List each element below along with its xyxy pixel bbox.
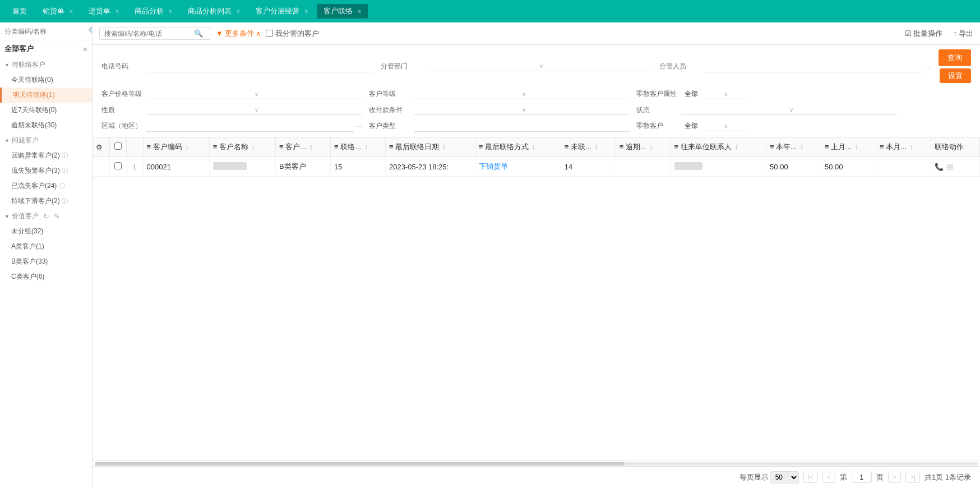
col-not-contacted-header[interactable]: ≡ 未联... ↕ xyxy=(561,137,616,157)
chevron-down-icon: ∨ xyxy=(539,63,651,69)
value-customers-edit[interactable]: ✎ xyxy=(54,212,60,220)
sort-icon-lastmonth: ↕ xyxy=(855,142,859,151)
nav-product-analysis-list[interactable]: 商品分析列表 × xyxy=(181,4,247,19)
all-customers-header[interactable]: 全部客户 « xyxy=(0,40,92,57)
nav-purchase[interactable]: 进货单 × xyxy=(82,4,126,19)
col-last-method-header[interactable]: ≡ 最后联络方式 ↕ xyxy=(475,137,561,157)
nav-customer-segment-close[interactable]: × xyxy=(304,8,308,15)
row-checkbox[interactable] xyxy=(114,162,122,169)
nav-customer-contact-close[interactable]: × xyxy=(358,8,361,15)
filter-dept-select[interactable]: ∨ xyxy=(426,61,653,71)
filter-manager-dots[interactable]: ··· xyxy=(926,62,932,71)
my-customers-check[interactable] xyxy=(266,30,273,37)
filter-customer-level-label: 客户等级 xyxy=(369,89,414,99)
first-page-btn[interactable]: |< xyxy=(803,472,818,483)
nav-purchase-close[interactable]: × xyxy=(115,8,119,15)
prev-page-btn[interactable]: < xyxy=(822,472,835,483)
export-icon: ↑ xyxy=(954,29,958,38)
sidebar-item-loss-warning[interactable]: 流失预警客户(3) ⓘ xyxy=(0,163,92,178)
horizontal-scrollbar[interactable] xyxy=(93,461,980,466)
filter-payment: 收付款条件 ∨ xyxy=(369,105,630,115)
nav-sales[interactable]: 销货单 × xyxy=(36,4,80,19)
nav-product-analysis-close[interactable]: × xyxy=(169,8,172,15)
col-overdue-header[interactable]: ≡ 逾期... ↕ xyxy=(616,137,671,157)
row-this-year-cell: 50.00 xyxy=(766,157,821,177)
collapse-icon[interactable]: « xyxy=(83,44,87,53)
filter-region-input[interactable] xyxy=(146,120,354,132)
main-search-button[interactable]: 🔍 xyxy=(194,29,203,38)
filter-region-label: 区域（地区） xyxy=(101,121,146,131)
sidebar-item-declining[interactable]: 持续下滑客户(2) ⓘ xyxy=(0,194,92,209)
col-this-year-header[interactable]: ≡ 本年... ↕ xyxy=(766,137,821,157)
col-this-month-header[interactable]: ≡ 本月... ↕ xyxy=(876,137,931,157)
nav-product-analysis[interactable]: 商品分析 × xyxy=(128,4,179,19)
col-last-month-header[interactable]: ≡ 上月... ↕ xyxy=(821,137,876,157)
row-name-cell xyxy=(209,157,275,177)
filter-customer-level: 客户等级 ∨ xyxy=(369,89,630,99)
col-name-header[interactable]: ≡ 客户名称 ↕ xyxy=(209,137,275,157)
page-number-input[interactable] xyxy=(852,472,872,483)
filter-manager-input[interactable] xyxy=(704,61,923,72)
col-code-header[interactable]: ≡ 客户编码 ↕ xyxy=(143,137,209,157)
sidebar-item-type-b[interactable]: B类客户(33) xyxy=(0,254,92,269)
value-customers-refresh[interactable]: ↻ xyxy=(43,212,49,220)
filter-region: 区域（地区） ··· xyxy=(101,120,362,132)
sidebar-item-lost[interactable]: 已流失客户(24) ⓘ xyxy=(0,178,92,194)
grid-action-icon[interactable]: ⊞ xyxy=(947,163,953,171)
last-page-btn[interactable]: >| xyxy=(905,472,920,483)
sidebar-item-repurchase-anomaly[interactable]: 回购异常客户(2) ⓘ xyxy=(0,148,92,163)
page-size-select-input[interactable]: 50 100 200 xyxy=(770,471,799,484)
filter-dept: 分管部门 ∨ xyxy=(381,61,653,71)
last-contact-method-link[interactable]: 下销货单 xyxy=(479,162,508,171)
filter-customer-type-input[interactable] xyxy=(414,120,630,132)
sidebar-item-overdue[interactable]: 逾期未联络(30) xyxy=(0,118,92,133)
query-button[interactable]: 查询 xyxy=(939,49,971,66)
filter-price-level-select[interactable]: ∨ xyxy=(146,89,362,99)
filter-retail-customer-value: 全部 xyxy=(681,119,701,132)
nav-customer-contact[interactable]: 客户联络 × xyxy=(317,4,368,19)
col-checkbox-header[interactable] xyxy=(109,137,126,157)
filter-retail-attr-select[interactable]: ∨ xyxy=(701,89,746,99)
my-customers-checkbox[interactable]: 我分管的客户 xyxy=(266,29,319,39)
all-customers-label: 全部客户 xyxy=(4,44,34,54)
col-last-date-header[interactable]: ≡ 最后联络日期 ↕ xyxy=(385,137,475,157)
scroll-thumb[interactable] xyxy=(95,462,625,466)
filter-retail-customer-select[interactable]: ∨ xyxy=(701,121,746,131)
sidebar-item-tomorrow[interactable]: 明天待联络(1) xyxy=(0,88,92,103)
phone-action-icon[interactable]: 📞 xyxy=(935,163,944,171)
col-type-header[interactable]: ≡ 客户... ↕ xyxy=(276,137,331,157)
sidebar-item-week[interactable]: 近7天待联络(0) xyxy=(0,103,92,118)
settings-button[interactable]: 设置 xyxy=(940,68,971,83)
export-btn[interactable]: ↑ 导出 xyxy=(954,29,974,39)
more-conditions-btn[interactable]: ▼ 更多条件 ∧ xyxy=(216,29,261,39)
next-page-btn[interactable]: > xyxy=(888,472,901,483)
nav-product-analysis-list-close[interactable]: × xyxy=(237,8,240,15)
sidebar-search-input[interactable] xyxy=(4,27,89,35)
sidebar-item-ungrouped[interactable]: 未分组(32) xyxy=(0,224,92,239)
filter-status-select[interactable]: ∨ xyxy=(681,105,897,115)
sidebar-item-type-c[interactable]: C类客户(6) xyxy=(0,269,92,284)
col-settings-gear[interactable]: ⚙ xyxy=(93,137,109,157)
filter-customer-type-label: 客户类型 xyxy=(369,121,414,131)
nav-sales-close[interactable]: × xyxy=(70,8,73,15)
col-contacts-header[interactable]: ≡ 联络... ↕ xyxy=(330,137,385,157)
settings-gear-icon[interactable]: ⚙ xyxy=(96,143,103,151)
sidebar-search-icon[interactable]: 🔍 xyxy=(89,27,93,35)
batch-ops-btn[interactable]: ☑ 批量操作 xyxy=(905,29,942,39)
nav-home[interactable]: 首页 xyxy=(6,4,34,19)
row-last-method-cell[interactable]: 下销货单 xyxy=(475,157,561,177)
filter-status: 状态 ∨ xyxy=(636,105,897,115)
main-search-input[interactable] xyxy=(104,30,194,38)
filter-nature-select[interactable]: ∨ xyxy=(146,105,362,115)
sort-icon-type: ↕ xyxy=(309,142,313,151)
select-all-checkbox[interactable] xyxy=(114,142,122,150)
filter-phone-input[interactable] xyxy=(146,61,374,72)
filter-payment-select[interactable]: ∨ xyxy=(414,105,630,115)
sidebar-item-type-a[interactable]: A类客户(1) xyxy=(0,239,92,254)
filter-region-dots[interactable]: ··· xyxy=(356,122,362,130)
sidebar-item-today[interactable]: 今天待联络(0) xyxy=(0,72,92,88)
row-checkbox-cell[interactable] xyxy=(109,157,126,177)
filter-customer-level-select[interactable]: ∨ xyxy=(414,89,630,99)
col-unit-contact-header[interactable]: ≡ 往来单位联系人 ↕ xyxy=(671,137,766,157)
nav-customer-segment[interactable]: 客户分层经营 × xyxy=(249,4,315,19)
